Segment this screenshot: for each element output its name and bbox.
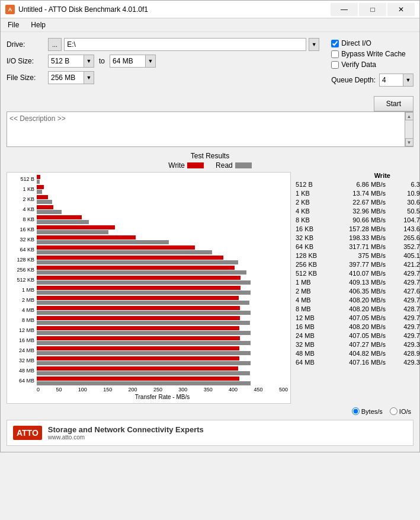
chart-bar-group	[37, 205, 288, 214]
banner-main-text: Storage and Network Connectivity Experts	[48, 425, 204, 434]
io-size-from-input[interactable]	[48, 55, 84, 68]
row-size-label: 64 MB	[296, 358, 331, 367]
row-write-val: 32.96 MB/s	[338, 207, 386, 216]
row-write-val: 407.27 MB/s	[338, 340, 386, 349]
direct-io-label[interactable]: Direct I/O	[341, 39, 371, 47]
bar-write	[37, 245, 195, 250]
queue-depth-input[interactable]	[379, 74, 403, 87]
chart-bar-group	[37, 366, 288, 375]
chart-bar-group	[37, 195, 288, 204]
chart-bar-group	[37, 316, 288, 325]
row-read-val: 427.68 MB/s	[393, 287, 420, 296]
table-row: 4 KB 32.96 MB/s 50.53 MB/s	[296, 207, 420, 216]
io-size-to-input[interactable]	[110, 55, 145, 68]
table-row: 512 KB 410.07 MB/s 429.74 MB/s	[296, 269, 420, 278]
queue-depth-dropdown[interactable]: ▼	[403, 74, 413, 87]
bypass-write-cache-checkbox[interactable]	[331, 50, 339, 58]
table-row: 16 MB 408.20 MB/s 429.74 MB/s	[296, 323, 420, 331]
io-size-from-dropdown[interactable]: ▼	[84, 55, 94, 68]
minimize-button[interactable]: —	[331, 3, 358, 16]
row-write-val: 410.07 MB/s	[338, 269, 386, 278]
test-results-section: Test Results Write Read 512 B1 KB2 KB4 K…	[7, 152, 413, 415]
scroll-down-arrow[interactable]: ▼	[405, 138, 413, 146]
description-scrollbar[interactable]: ▲ ▼	[405, 112, 413, 146]
y-axis-label: 8 MB	[7, 316, 34, 325]
x-tick-label: 100	[78, 387, 87, 393]
row-size-label: 4 KB	[296, 207, 331, 216]
bar-read	[37, 230, 108, 234]
bar-read	[37, 311, 251, 315]
bar-read	[37, 220, 89, 224]
maximize-button[interactable]: □	[359, 3, 386, 16]
table-row: 12 MB 407.05 MB/s 429.77 MB/s	[296, 314, 420, 323]
table-row: 48 MB 404.82 MB/s 428.94 MB/s	[296, 349, 420, 358]
drive-dropdown-button[interactable]: ▼	[309, 38, 319, 51]
row-read-val: 352.76 MB/s	[393, 243, 420, 251]
file-size-row: File Size: ▼	[7, 71, 319, 84]
bar-write	[37, 185, 44, 189]
table-row: 256 KB 397.77 MB/s 421.23 MB/s	[296, 260, 420, 269]
io-size-row: I/O Size: ▼ to ▼	[7, 55, 319, 68]
drive-browse-button[interactable]: ...	[48, 38, 62, 51]
row-write-val: 408.20 MB/s	[338, 323, 386, 331]
row-size-label: 8 KB	[296, 216, 331, 225]
ios-radio[interactable]	[390, 407, 397, 415]
bar-write	[37, 215, 82, 219]
bar-read	[37, 301, 249, 305]
row-read-val: 429.74 MB/s	[393, 296, 420, 305]
row-read-val: 429.35 MB/s	[393, 358, 420, 367]
close-button[interactable]: ✕	[387, 3, 415, 16]
bypass-write-cache-label[interactable]: Bypass Write Cache	[341, 50, 406, 58]
row-size-label: 512 KB	[296, 269, 331, 278]
bar-write	[37, 366, 238, 371]
bar-write	[37, 175, 40, 179]
row-size-label: 16 MB	[296, 323, 331, 331]
chart-bar-group	[37, 256, 288, 264]
ios-label[interactable]: IO/s	[399, 408, 411, 415]
file-size-input[interactable]	[48, 71, 84, 84]
row-read-val: 429.74 MB/s	[393, 278, 420, 287]
row-size-label: 128 KB	[296, 251, 331, 260]
data-table-header: Write Read	[296, 172, 420, 179]
bytes-label[interactable]: Bytes/s	[361, 408, 383, 415]
banner-url: www.atto.com	[48, 434, 204, 441]
verify-data-label[interactable]: Verify Data	[341, 60, 376, 69]
title-buttons: — □ ✕	[331, 3, 415, 16]
start-button[interactable]: Start	[374, 96, 413, 111]
row-read-val: 429.74 MB/s	[393, 323, 420, 331]
scroll-up-arrow[interactable]: ▲	[405, 112, 413, 120]
verify-data-checkbox[interactable]	[331, 61, 339, 69]
chart-bar-group	[37, 306, 288, 315]
bar-write	[37, 195, 48, 199]
io-size-to-label: to	[99, 57, 105, 65]
description-box: << Description >> ▲ ▼	[7, 111, 413, 147]
row-write-val: 317.71 MB/s	[338, 243, 386, 251]
bytes-radio[interactable]	[352, 407, 360, 415]
y-axis-label: 4 KB	[7, 205, 34, 214]
row-read-val: 143.63 MB/s	[393, 225, 420, 234]
x-tick-label: 350	[204, 387, 213, 393]
x-tick-label: 250	[153, 387, 162, 393]
direct-io-checkbox[interactable]	[331, 40, 339, 47]
table-row: 4 MB 408.20 MB/s 429.74 MB/s	[296, 296, 420, 305]
row-write-val: 408.20 MB/s	[338, 305, 386, 314]
bar-read	[37, 280, 251, 285]
drive-input[interactable]	[64, 38, 306, 51]
file-size-dropdown[interactable]: ▼	[84, 71, 94, 84]
bar-write	[37, 316, 240, 320]
menu-help[interactable]: Help	[26, 20, 50, 30]
io-size-to-dropdown[interactable]: ▼	[145, 55, 156, 68]
bar-read	[37, 331, 251, 335]
y-axis-label: 16 MB	[7, 336, 34, 345]
chart-rows	[37, 175, 288, 385]
row-write-val: 13.74 MB/s	[338, 189, 386, 198]
y-axis-label: 32 KB	[7, 235, 34, 244]
bar-read	[37, 291, 251, 295]
bar-read	[37, 200, 52, 204]
bar-read	[37, 371, 250, 375]
y-axis-label: 2 KB	[7, 195, 34, 204]
menu-file[interactable]: File	[3, 20, 24, 30]
row-read-val: 429.77 MB/s	[393, 331, 420, 340]
ios-radio-item: IO/s	[390, 407, 411, 415]
chart-and-data: 512 B1 KB2 KB4 KB8 KB16 KB32 KB64 KB128 …	[7, 172, 413, 404]
